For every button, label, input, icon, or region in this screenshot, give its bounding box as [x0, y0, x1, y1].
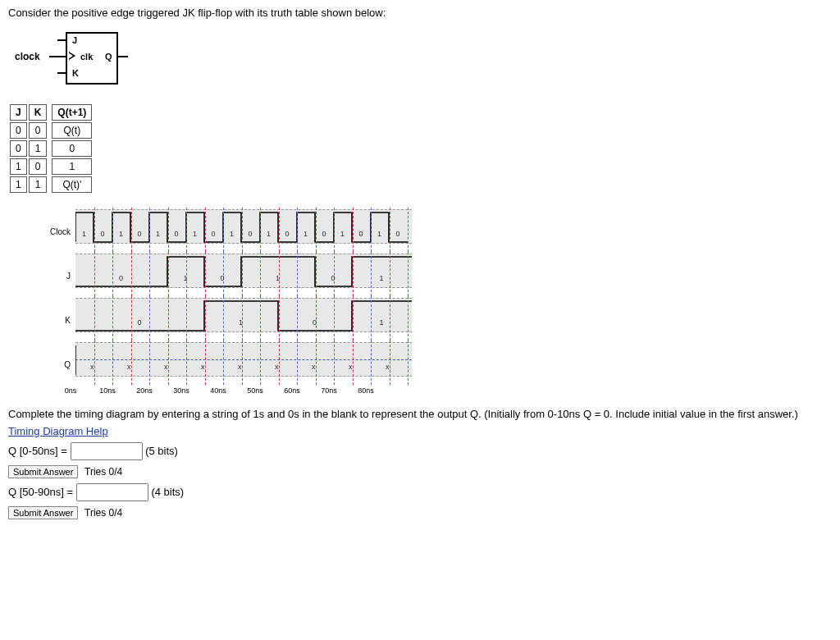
- clock-label: clock: [15, 51, 40, 62]
- timing-diagram: Clock 101010101010101010 J 010101 K 0101: [41, 209, 832, 400]
- intro-text: Consider the positive edge triggered JK …: [8, 7, 832, 19]
- q2-label: Q [50-90ns] =: [8, 486, 73, 498]
- th-j: J: [10, 104, 27, 121]
- jk-block-diagram: clock J K clk Q: [8, 30, 139, 88]
- q1-label: Q [0-50ns] =: [8, 445, 67, 457]
- row-label-clock: Clock: [41, 227, 75, 236]
- q1-bits: (5 bits): [145, 445, 178, 457]
- q1-input[interactable]: [71, 442, 143, 460]
- th-q: Q(t+1): [52, 104, 92, 121]
- row-label-q: Q: [41, 360, 75, 369]
- row-label-j: J: [41, 272, 75, 281]
- help-link[interactable]: Timing Diagram Help: [8, 425, 108, 437]
- tries-1: Tries 0/4: [84, 466, 122, 478]
- clock-row: 101010101010101010: [75, 209, 412, 244]
- k-row: 0101: [75, 298, 412, 332]
- row-label-k: K: [41, 316, 75, 325]
- submit-button-2[interactable]: Submit Answer: [8, 506, 78, 519]
- tries-2: Tries 0/4: [84, 507, 122, 519]
- q-pin: Q: [105, 52, 112, 62]
- j-row: 010101: [75, 254, 412, 288]
- q-row: xxxxxxxxx: [75, 342, 412, 377]
- truth-table: J K Q(t+1) 00Q(t) 010 101 11Q(t)': [8, 103, 94, 194]
- k-pin: K: [72, 68, 79, 78]
- q2-bits: (4 bits): [151, 486, 184, 498]
- submit-button-1[interactable]: Submit Answer: [8, 465, 78, 478]
- th-k: K: [29, 104, 48, 121]
- clk-pin: clk: [80, 52, 93, 62]
- q2-input[interactable]: [76, 483, 148, 501]
- time-axis: 0ns10ns20ns30ns40ns50ns60ns70ns80ns: [71, 386, 407, 400]
- j-pin: J: [72, 35, 77, 45]
- instruction-text: Complete the timing diagram by entering …: [8, 408, 832, 420]
